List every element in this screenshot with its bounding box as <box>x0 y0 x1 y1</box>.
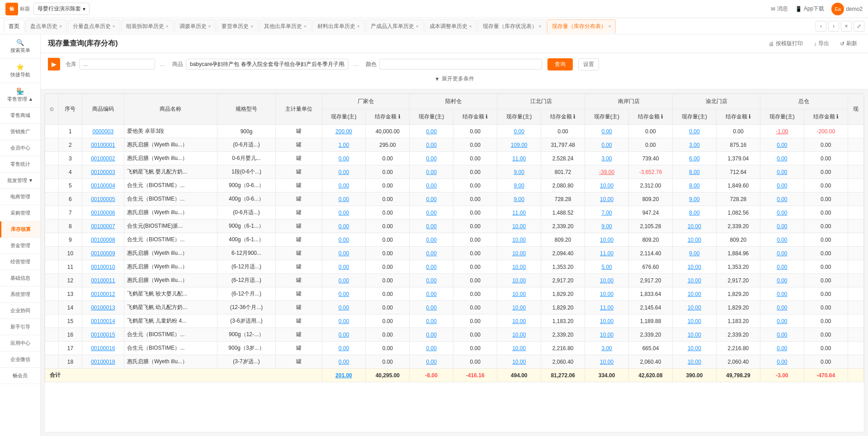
tab-stock-status[interactable]: 现存量（库存状况表） × <box>478 19 547 33</box>
row-zong-cur[interactable]: 0.00 <box>760 192 804 206</box>
warehouse-input[interactable] <box>79 59 155 70</box>
row-mucun-cur[interactable]: 0.00 <box>410 342 453 355</box>
expand-conditions-btn[interactable]: ▼ 展开更多条件 <box>433 73 476 84</box>
sidebar-item-enterprise-wx[interactable]: 企业微信 <box>0 352 40 368</box>
row-nanan-cur[interactable]: 10.00 <box>585 355 629 369</box>
product-picker-btn[interactable]: … <box>351 59 360 69</box>
close-icon[interactable]: × <box>608 24 611 29</box>
tab-requisition[interactable]: 要货单历史 × <box>217 19 258 33</box>
row-code[interactable]: 00100001 <box>82 138 124 152</box>
row-zong-cur[interactable]: 0.00 <box>760 138 804 152</box>
row-code[interactable]: 00100006 <box>82 206 124 220</box>
row-jiangbei-cur[interactable]: 10.00 <box>497 260 541 274</box>
row-mucun-cur[interactable]: 0.00 <box>410 260 453 274</box>
tab-transfer[interactable]: 调拨单历史 × <box>175 19 216 33</box>
row-changjia-cur[interactable]: 0.00 <box>322 342 366 355</box>
row-nanan-cur[interactable]: 9.00 <box>585 220 629 233</box>
row-yubei-cur[interactable]: 10.00 <box>673 287 717 301</box>
tab-other-out[interactable]: 其他出库单历史 × <box>259 19 311 33</box>
row-yubei-cur[interactable]: 10.00 <box>673 274 717 287</box>
row-changjia-cur[interactable]: 0.00 <box>322 260 366 274</box>
row-code[interactable]: 00100010 <box>82 260 124 274</box>
close-icon[interactable]: × <box>208 24 211 29</box>
row-nanan-cur[interactable]: 5.00 <box>585 260 629 274</box>
close-icon[interactable]: × <box>113 24 115 29</box>
row-mucun-cur[interactable]: 0.00 <box>410 179 453 192</box>
row-zong-cur[interactable]: 0.00 <box>760 342 804 355</box>
row-jiangbei-cur[interactable]: 10.00 <box>497 233 541 247</box>
sidebar-item-ecommerce[interactable]: 电商管理 <box>0 189 40 205</box>
row-code[interactable]: 00100003 <box>82 165 124 179</box>
color-input[interactable] <box>379 59 542 70</box>
tab-home[interactable]: 首页 <box>4 19 24 33</box>
row-mucun-cur[interactable]: 0.00 <box>410 287 453 301</box>
row-yubei-cur[interactable]: 3.00 <box>673 138 717 152</box>
row-nanan-cur[interactable]: -39.00 <box>585 165 629 179</box>
close-icon[interactable]: × <box>416 24 419 29</box>
company-selector[interactable]: 母婴行业演示陈套 ▾ <box>33 3 90 15</box>
sidebar-item-retail-stats[interactable]: 零售统计 <box>0 156 40 173</box>
row-yubei-cur[interactable]: 10.00 <box>673 355 717 369</box>
sidebar-item-newguide[interactable]: 新手引导 <box>0 319 40 335</box>
row-changjia-cur[interactable]: 0.00 <box>322 274 366 287</box>
row-yubei-cur[interactable]: 9.00 <box>673 192 717 206</box>
query-button[interactable]: 查询 <box>547 58 573 70</box>
row-jiangbei-cur[interactable]: 10.00 <box>497 342 541 355</box>
row-changjia-cur[interactable]: 0.00 <box>322 247 366 260</box>
row-jiangbei-cur[interactable]: 9.00 <box>497 179 541 192</box>
row-changjia-cur[interactable]: 0.00 <box>322 287 366 301</box>
sidebar-item-retail-store[interactable]: 零售商城 <box>0 108 40 124</box>
row-yubei-cur[interactable]: 8.00 <box>673 179 717 192</box>
tab-inventory-count[interactable]: 盘点单历史 × <box>25 19 67 33</box>
product-input[interactable] <box>186 59 349 70</box>
row-mucun-cur[interactable]: 0.00 <box>410 247 453 260</box>
row-jiangbei-cur[interactable]: 10.00 <box>497 314 541 328</box>
close-icon[interactable]: × <box>357 24 360 29</box>
row-zong-cur[interactable]: 0.00 <box>760 152 804 165</box>
row-mucun-cur[interactable]: 0.00 <box>410 220 453 233</box>
row-yubei-cur[interactable]: 10.00 <box>673 233 717 247</box>
tab-expand-btn[interactable]: ⤢ <box>854 21 864 32</box>
row-nanan-cur[interactable]: 11.00 <box>585 247 629 260</box>
row-code[interactable]: 00100014 <box>82 314 124 328</box>
close-icon[interactable]: × <box>304 24 307 29</box>
row-mucun-cur[interactable]: 0.00 <box>410 125 453 138</box>
warehouse-picker-btn[interactable]: … <box>158 59 167 69</box>
row-code[interactable]: 00100015 <box>82 328 124 342</box>
row-yubei-cur[interactable]: 10.00 <box>673 342 717 355</box>
tab-cost-adjust[interactable]: 成本调整单历史 × <box>425 19 477 33</box>
row-jiangbei-cur[interactable]: 9.00 <box>497 165 541 179</box>
row-jiangbei-cur[interactable]: 10.00 <box>497 274 541 287</box>
row-yubei-cur[interactable]: 9.00 <box>673 247 717 260</box>
sidebar-item-operation[interactable]: 经营管理 <box>0 254 40 270</box>
row-jiangbei-cur[interactable]: 10.00 <box>497 247 541 260</box>
row-jiangbei-cur[interactable]: 9.00 <box>497 192 541 206</box>
row-yubei-cur[interactable]: 10.00 <box>673 301 717 314</box>
row-jiangbei-cur[interactable]: 10.00 <box>497 355 541 369</box>
row-changjia-cur[interactable]: 0.00 <box>322 179 366 192</box>
row-changjia-cur[interactable]: 0.00 <box>322 220 366 233</box>
tab-prev-btn[interactable]: ‹ <box>816 21 826 32</box>
sidebar-item-system[interactable]: 系统管理 <box>0 286 40 303</box>
row-nanan-cur[interactable]: 3.00 <box>585 342 629 355</box>
row-zong-cur[interactable]: 0.00 <box>760 301 804 314</box>
row-mucun-cur[interactable]: 0.00 <box>410 165 453 179</box>
row-jiangbei-cur[interactable]: 11.00 <box>497 152 541 165</box>
row-nanan-cur[interactable]: 0.00 <box>585 125 629 138</box>
row-zong-cur[interactable]: 0.00 <box>760 206 804 220</box>
row-nanan-cur[interactable]: 10.00 <box>585 233 629 247</box>
row-yubei-cur[interactable]: 10.00 <box>673 314 717 328</box>
close-icon[interactable]: × <box>166 24 169 29</box>
sidebar-item-purchase[interactable]: 采购管理 <box>0 205 40 221</box>
row-zong-cur[interactable]: 0.00 <box>760 274 804 287</box>
close-icon[interactable]: × <box>59 24 62 29</box>
row-zong-cur[interactable]: 0.00 <box>760 355 804 369</box>
row-nanan-cur[interactable]: 10.00 <box>585 287 629 301</box>
row-nanan-cur[interactable]: 10.00 <box>585 192 629 206</box>
row-mucun-cur[interactable]: 0.00 <box>410 152 453 165</box>
sidebar-item-appcenter[interactable]: 应用中心 <box>0 335 40 352</box>
row-changjia-cur[interactable]: 1.00 <box>322 138 366 152</box>
row-mucun-cur[interactable]: 0.00 <box>410 233 453 247</box>
row-changjia-cur[interactable]: 0.00 <box>322 165 366 179</box>
sidebar-item-finance[interactable]: 资金管理 <box>0 238 40 254</box>
